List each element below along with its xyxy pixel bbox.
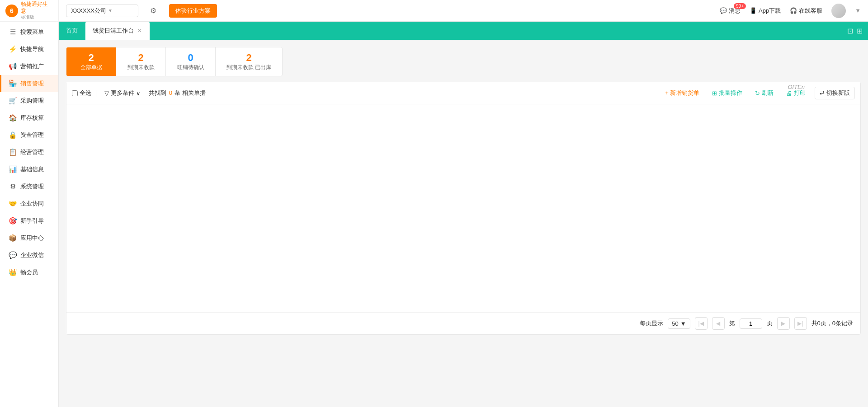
sidebar-item-label: 新手引导 <box>20 217 44 225</box>
sidebar-item-label: 经营管理 <box>20 148 44 156</box>
stats-tab-all[interactable]: 2 全部单据 <box>66 47 116 76</box>
sidebar-item-label: 销售管理 <box>20 80 44 88</box>
sidebar-item-label: 应用中心 <box>20 234 44 242</box>
stats-tab-shipped[interactable]: 2 到期未收款 已出库 <box>216 47 282 76</box>
sidebar-item-label: 库存核算 <box>20 114 44 122</box>
more-filter-button[interactable]: ▽ 更多条件 ∨ <box>101 87 144 99</box>
per-page-select[interactable]: 50 ▼ <box>668 318 690 329</box>
stats-tab-wangpu[interactable]: 0 旺铺待确认 <box>166 47 216 76</box>
sidebar: ☰ 搜索菜单 ⚡ 快捷导航 📢 营销推广 🏪 销售管理 🛒 采购管理 🏠 库存核… <box>0 0 59 407</box>
page-number-input[interactable] <box>740 318 762 329</box>
total-records-text: 共0页，0条记录 <box>811 319 853 327</box>
purchase-icon: 🛒 <box>9 97 17 105</box>
found-count: 0 <box>169 89 172 96</box>
sidebar-item-basic-info[interactable]: 📊 基础信息 <box>0 161 58 178</box>
next-page-button[interactable]: ▶ <box>777 317 790 330</box>
sidebar-item-label: 畅会员 <box>20 268 38 276</box>
switch-label: 切换新版 <box>826 89 850 96</box>
often-label: OfTEn <box>788 84 805 90</box>
app-download-icon: 📱 <box>750 7 757 14</box>
found-count-text: 共找到 0 条 相关单据 <box>149 89 206 97</box>
sidebar-item-purchase[interactable]: 🛒 采购管理 <box>0 92 58 109</box>
sales-icon: 🏪 <box>9 80 17 88</box>
sidebar-item-finance[interactable]: 🔒 资金管理 <box>0 126 58 144</box>
search-menu-icon: ☰ <box>9 28 17 36</box>
page-label-suffix: 页 <box>767 319 773 327</box>
sidebar-item-label: 搜索菜单 <box>20 28 44 36</box>
content-area: 全选 ▽ 更多条件 ∨ 共找到 0 条 相关单据 + 新增销货单 ⊞ 批量操作 <box>66 82 861 335</box>
system-icon: ⚙ <box>9 182 17 191</box>
inventory-icon: 🏠 <box>9 114 17 122</box>
sidebar-item-label: 基础信息 <box>20 165 44 173</box>
online-service-label: 在线客服 <box>799 7 822 15</box>
sidebar-item-guide[interactable]: 🎯 新手引导 <box>0 212 58 229</box>
app-logo-icon: 6 <box>5 5 18 17</box>
per-page-value: 50 <box>672 320 678 327</box>
app-download-action[interactable]: 📱 App下载 <box>750 7 781 15</box>
sidebar-item-member[interactable]: 👑 畅会员 <box>0 264 58 281</box>
first-page-button[interactable]: |◀ <box>695 317 708 330</box>
add-sales-button[interactable]: + 新增销货单 <box>661 87 703 99</box>
pagination-bar: 每页显示 50 ▼ |◀ ◀ 第 页 ▶ ▶| 共0页，0条记录 <box>66 312 860 334</box>
sidebar-item-inventory[interactable]: 🏠 库存核算 <box>0 109 58 126</box>
online-service-action[interactable]: 🎧 在线客服 <box>790 7 822 15</box>
stat-num-shipped: 2 <box>226 52 271 64</box>
sidebar-item-label: 资金管理 <box>20 131 44 139</box>
sidebar-item-operations[interactable]: 📋 经营管理 <box>0 144 58 161</box>
stat-label-wangpu: 旺铺待确认 <box>177 64 204 71</box>
select-all-input[interactable] <box>72 90 78 96</box>
enterprise-icon: 🤝 <box>9 200 17 208</box>
sidebar-item-label: 快捷导航 <box>20 45 44 53</box>
message-badge: 99+ <box>734 3 746 9</box>
app-center-icon: 📦 <box>9 234 17 242</box>
batch-operation-button[interactable]: ⊞ 批量操作 <box>708 87 746 99</box>
prev-page-button[interactable]: ◀ <box>712 317 725 330</box>
toolbar: 全选 ▽ 更多条件 ∨ 共找到 0 条 相关单据 + 新增销货单 ⊞ 批量操作 <box>66 82 860 104</box>
filter-icon: ▽ <box>104 90 109 97</box>
chevron-down-icon: ▼ <box>108 8 113 13</box>
tab-home[interactable]: 首页 <box>59 22 85 40</box>
tab-bar-actions: ⊡ ⊞ <box>847 27 868 35</box>
header-right: 💬 消息 99+ 📱 App下载 🎧 在线客服 ▼ <box>720 4 861 18</box>
message-action[interactable]: 💬 消息 99+ <box>720 7 741 15</box>
stat-label-shipped: 到期未收款 已出库 <box>226 64 271 71</box>
print-icon: 🖨 <box>786 90 792 97</box>
last-page-button[interactable]: ▶| <box>794 317 807 330</box>
tab-workbench-label: 钱货日清工作台 <box>93 27 134 35</box>
settings-icon[interactable]: ⚙ <box>146 4 160 18</box>
quick-nav-icon: ⚡ <box>9 45 17 53</box>
per-page-arrow-icon: ▼ <box>680 320 686 327</box>
app-download-label: App下载 <box>759 7 781 15</box>
sidebar-item-sales[interactable]: 🏪 销售管理 <box>0 75 58 92</box>
avatar[interactable] <box>831 4 846 18</box>
stats-tab-overdue[interactable]: 2 到期未收款 <box>116 47 166 76</box>
username-text: ▼ <box>855 7 861 14</box>
tab-close-icon[interactable]: ✕ <box>137 28 142 34</box>
sidebar-item-label: 采购管理 <box>20 97 44 105</box>
found-suffix: 相关单据 <box>182 89 206 96</box>
filter-btn-label: 更多条件 <box>111 89 134 97</box>
sidebar-item-wechat[interactable]: 💬 企业微信 <box>0 247 58 264</box>
tab-workbench[interactable]: 钱货日清工作台 ✕ <box>85 22 150 40</box>
sidebar-item-system[interactable]: ⚙ 系统管理 <box>0 178 58 195</box>
refresh-button[interactable]: ↻ 刷新 <box>751 87 777 99</box>
company-selector[interactable]: XXXXXX公司 ▼ <box>66 5 138 17</box>
toolbar-separator <box>96 89 96 97</box>
select-all-checkbox[interactable]: 全选 <box>72 89 91 97</box>
switch-version-button[interactable]: ⇄ 切换新版 <box>815 87 855 99</box>
select-all-label: 全选 <box>80 89 91 97</box>
stat-num-wangpu: 0 <box>177 52 204 64</box>
trial-button[interactable]: 体验行业方案 <box>169 4 217 18</box>
sidebar-item-search-menu[interactable]: ☰ 搜索菜单 <box>0 23 58 41</box>
chevron-down-small-icon: ∨ <box>136 90 141 97</box>
sidebar-item-quick-nav[interactable]: ⚡ 快捷导航 <box>0 41 58 58</box>
stat-num-overdue: 2 <box>127 52 155 64</box>
tab-maximize-button[interactable]: ⊞ <box>857 27 863 35</box>
tab-minimize-button[interactable]: ⊡ <box>847 27 853 35</box>
sidebar-item-enterprise[interactable]: 🤝 企业协同 <box>0 195 58 212</box>
sidebar-item-app-center[interactable]: 📦 应用中心 <box>0 229 58 247</box>
marketing-icon: 📢 <box>9 62 17 70</box>
wechat-icon: 💬 <box>9 251 17 259</box>
sidebar-item-marketing[interactable]: 📢 营销推广 <box>0 58 58 75</box>
basic-info-icon: 📊 <box>9 165 17 173</box>
